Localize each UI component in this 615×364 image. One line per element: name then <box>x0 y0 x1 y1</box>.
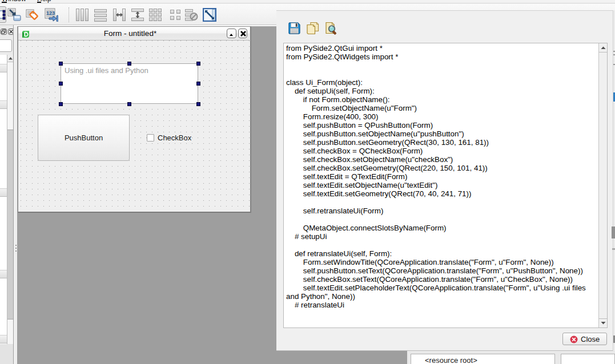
svg-text:123: 123 <box>46 10 55 16</box>
